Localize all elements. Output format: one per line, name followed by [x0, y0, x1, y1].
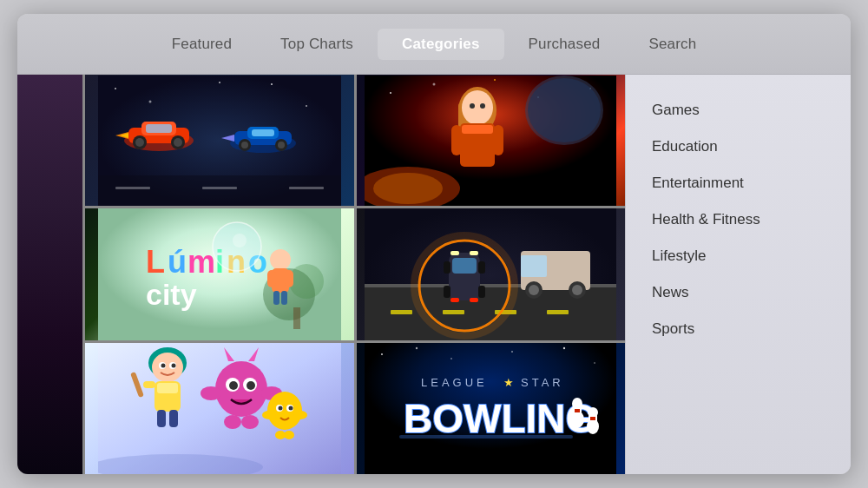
nav-featured[interactable]: Featured — [148, 29, 256, 60]
nav-purchased[interactable]: Purchased — [504, 29, 625, 60]
svg-point-39 — [462, 90, 493, 125]
svg-text:★: ★ — [503, 376, 514, 389]
svg-point-30 — [390, 92, 391, 94]
grid-cell-characters[interactable] — [85, 343, 354, 474]
bowling-svg: LEAGUE ★ STAR BOWLING — [365, 343, 616, 474]
left-strip-bg — [17, 75, 82, 474]
svg-point-31 — [433, 82, 436, 85]
sidebar-item-games[interactable]: Games — [626, 92, 851, 129]
svg-text:BOWLING: BOWLING — [404, 396, 596, 441]
nav-search[interactable]: Search — [624, 29, 720, 60]
svg-rect-89 — [444, 261, 450, 274]
grid-cell-road[interactable] — [357, 208, 626, 340]
racing-graphic — [85, 75, 354, 206]
svg-text:ú: ú — [168, 244, 187, 280]
svg-rect-146 — [399, 435, 573, 439]
svg-rect-106 — [169, 410, 178, 427]
svg-rect-70 — [391, 310, 412, 314]
svg-point-2 — [148, 100, 151, 102]
grid-left-strip — [17, 75, 82, 474]
svg-rect-90 — [478, 261, 485, 274]
svg-point-77 — [529, 285, 539, 295]
chars-svg — [98, 343, 341, 474]
svg-point-133 — [594, 362, 595, 364]
svg-point-114 — [201, 386, 221, 400]
grid-cell-space[interactable] — [357, 75, 626, 206]
sidebar-item-education[interactable]: Education — [626, 129, 851, 165]
svg-rect-57 — [281, 291, 287, 305]
grid-cell-luminocity[interactable]: L ú m i n o city — [85, 208, 354, 340]
svg-rect-86 — [470, 251, 478, 255]
svg-rect-102 — [157, 383, 178, 393]
svg-rect-75 — [521, 255, 547, 277]
svg-point-126 — [284, 431, 294, 439]
svg-point-124 — [293, 411, 307, 419]
svg-point-66 — [233, 234, 247, 247]
svg-point-130 — [450, 358, 452, 359]
svg-point-144 — [588, 407, 598, 418]
svg-rect-51 — [293, 307, 300, 329]
svg-point-110 — [229, 381, 238, 390]
svg-text:LEAGUE: LEAGUE — [421, 376, 488, 389]
svg-point-129 — [416, 347, 418, 349]
nav-categories[interactable]: Categories — [378, 29, 504, 60]
svg-point-128 — [381, 353, 383, 355]
lumino-svg: L ú m i n o city — [98, 208, 341, 340]
svg-point-5 — [219, 82, 220, 83]
sidebar-item-lifestyle[interactable]: Lifestyle — [626, 238, 851, 274]
app-window: Featured Top Charts Categories Purchased… — [17, 14, 851, 474]
svg-rect-93 — [98, 343, 341, 474]
svg-rect-88 — [470, 298, 478, 302]
svg-point-23 — [278, 142, 285, 148]
road-svg — [365, 208, 616, 340]
grid-cell-racing[interactable] — [85, 75, 354, 206]
svg-point-52 — [270, 249, 291, 270]
svg-point-4 — [306, 105, 307, 107]
svg-rect-87 — [450, 298, 459, 302]
svg-rect-45 — [493, 125, 503, 155]
svg-text:city: city — [146, 278, 197, 311]
svg-point-40 — [470, 103, 475, 109]
space-svg — [365, 76, 616, 206]
grid-cell-bowling[interactable]: LEAGUE ★ STAR BOWLING — [357, 343, 626, 474]
nav-top-charts[interactable]: Top Charts — [256, 29, 378, 60]
svg-point-99 — [161, 363, 165, 367]
svg-point-118 — [267, 392, 302, 430]
svg-point-96 — [152, 353, 183, 382]
svg-point-131 — [511, 351, 513, 353]
svg-point-41 — [480, 103, 485, 109]
svg-point-122 — [288, 406, 293, 410]
svg-text:STAR: STAR — [521, 376, 564, 389]
svg-rect-141 — [575, 409, 580, 412]
svg-point-79 — [572, 285, 582, 295]
svg-text:m: m — [187, 244, 215, 280]
svg-rect-9 — [146, 124, 172, 133]
svg-point-107 — [215, 361, 267, 417]
svg-point-117 — [241, 415, 259, 429]
app-grid: L ú m i n o city — [17, 75, 625, 474]
svg-rect-19 — [252, 129, 274, 136]
svg-point-47 — [373, 173, 443, 204]
svg-rect-27 — [202, 187, 237, 189]
sidebar-item-sports[interactable]: Sports — [626, 311, 851, 347]
svg-rect-85 — [450, 251, 459, 255]
svg-point-3 — [271, 83, 273, 85]
svg-point-50 — [289, 264, 324, 299]
svg-point-132 — [563, 347, 565, 349]
svg-point-21 — [241, 142, 248, 148]
nav-bar: Featured Top Charts Categories Purchased… — [17, 14, 851, 75]
svg-rect-55 — [285, 270, 293, 287]
svg-point-13 — [174, 138, 182, 147]
svg-point-116 — [224, 415, 241, 429]
sidebar-item-news[interactable]: News — [626, 274, 851, 311]
svg-point-1 — [115, 88, 116, 89]
sidebar-item-entertainment[interactable]: Entertainment — [626, 165, 851, 201]
svg-rect-43 — [462, 125, 493, 134]
svg-point-111 — [247, 381, 255, 390]
svg-rect-56 — [273, 291, 279, 305]
svg-rect-91 — [444, 286, 450, 298]
svg-rect-44 — [451, 125, 462, 155]
svg-rect-92 — [478, 286, 485, 298]
sidebar-item-health-fitness[interactable]: Health & Fitness — [626, 201, 851, 238]
svg-rect-54 — [267, 270, 276, 287]
